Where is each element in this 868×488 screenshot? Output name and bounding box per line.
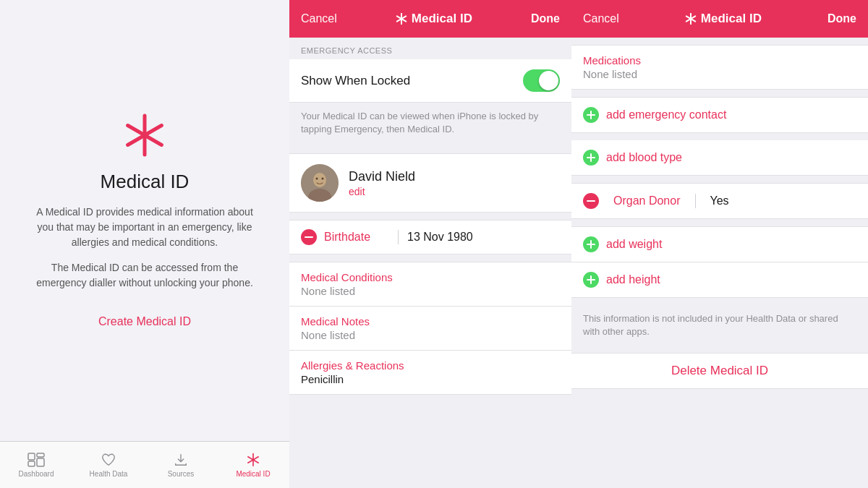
add-blood-type-button[interactable] <box>583 150 599 166</box>
add-weight-row[interactable]: add weight <box>571 226 868 262</box>
add-weight-button[interactable] <box>583 236 599 252</box>
svg-rect-6 <box>37 458 44 466</box>
weight-height-group: add weight add height <box>571 226 868 298</box>
middle-nav-title: Medical ID <box>396 12 472 26</box>
edit-profile-link[interactable]: edit <box>349 186 415 197</box>
right-nav-title: Medical ID <box>685 12 762 26</box>
show-when-locked-card: Show When Locked <box>289 59 571 103</box>
right-nav-asterisk-icon <box>685 13 697 25</box>
medical-conditions-row: Medical Conditions None listed <box>289 262 571 307</box>
create-medical-id-link[interactable]: Create Medical ID <box>98 315 191 328</box>
tab-bar: Dashboard Health Data Sources <box>0 441 289 488</box>
medical-notes-value: None listed <box>301 329 560 341</box>
toggle-info-text: Your Medical ID can be viewed when iPhon… <box>289 103 571 146</box>
medical-sections: Medical Conditions None listed Medical N… <box>289 262 571 395</box>
profile-row: David Nield edit <box>289 153 571 213</box>
right-content: Medications None listed add emergency co… <box>571 38 868 488</box>
heart-icon <box>99 452 118 468</box>
allergies-label: Allergies & Reactions <box>301 359 560 372</box>
add-blood-type-row[interactable]: add blood type <box>571 140 868 176</box>
profile-info: David Nield edit <box>349 169 415 197</box>
middle-nav-bar: Cancel Medical ID Done <box>289 0 571 38</box>
tab-dashboard[interactable]: Dashboard <box>0 452 72 478</box>
tab-medical-id[interactable]: Medical ID <box>217 452 289 478</box>
asterisk-icon <box>119 110 170 160</box>
add-blood-type-label: add blood type <box>606 151 682 164</box>
svg-rect-4 <box>28 461 35 466</box>
medical-conditions-value: None listed <box>301 285 560 297</box>
remove-birthdate-button[interactable] <box>301 229 317 245</box>
tab-sources-label: Sources <box>168 470 195 478</box>
medical-conditions-label: Medical Conditions <box>301 271 560 283</box>
tab-health-label: Health Data <box>90 470 128 478</box>
remove-organ-donor-button[interactable] <box>583 193 599 209</box>
dashboard-icon <box>27 452 46 468</box>
action-rows-group: add emergency contact add blood type <box>571 97 868 176</box>
profile-name: David Nield <box>349 169 415 184</box>
add-height-row[interactable]: add height <box>571 262 868 298</box>
avatar-image <box>301 164 339 202</box>
toggle-switch[interactable] <box>523 69 560 92</box>
toggle-row[interactable]: Show When Locked <box>289 59 571 103</box>
organ-donor-row: Organ Donor Yes <box>571 183 868 219</box>
add-emergency-contact-row[interactable]: add emergency contact <box>571 97 868 133</box>
show-when-locked-label: Show When Locked <box>301 74 410 88</box>
tab-medical-id-label: Medical ID <box>236 470 270 478</box>
middle-content: EMERGENCY ACCESS Show When Locked Your M… <box>289 38 571 488</box>
right-panel: Cancel Medical ID Done Medications None … <box>571 0 868 488</box>
left-panel: Medical ID A Medical ID provides medical… <box>0 0 289 488</box>
middle-cancel-button[interactable]: Cancel <box>301 12 337 25</box>
delete-medical-id-label: Delete Medical ID <box>671 364 768 377</box>
avatar <box>301 164 339 202</box>
middle-panel: Cancel Medical ID Done EMERGENCY ACCESS … <box>289 0 571 488</box>
svg-point-17 <box>322 178 324 180</box>
birthdate-label: Birthdate <box>324 231 389 244</box>
middle-done-button[interactable]: Done <box>531 12 560 25</box>
svg-point-14 <box>313 173 326 187</box>
left-description: A Medical ID provides medical informatio… <box>0 205 289 301</box>
medical-notes-label: Medical Notes <box>301 315 560 328</box>
right-done-button[interactable]: Done <box>827 12 856 25</box>
emergency-access-label: EMERGENCY ACCESS <box>289 38 571 59</box>
svg-rect-3 <box>28 453 35 460</box>
add-weight-label: add weight <box>606 238 662 251</box>
allergies-row: Allergies & Reactions Penicillin <box>289 351 571 394</box>
birthdate-value: 13 Nov 1980 <box>407 231 473 244</box>
download-icon <box>171 452 190 468</box>
right-cancel-button[interactable]: Cancel <box>583 12 619 25</box>
medical-notes-row: Medical Notes None listed <box>289 307 571 351</box>
add-emergency-contact-label: add emergency contact <box>606 108 726 121</box>
medications-label: Medications <box>583 54 856 67</box>
medications-row: Medications None listed <box>571 45 868 90</box>
tab-dashboard-label: Dashboard <box>19 470 54 478</box>
tab-health-data[interactable]: Health Data <box>72 452 145 478</box>
field-separator <box>398 230 399 244</box>
birthdate-row: Birthdate 13 Nov 1980 <box>289 220 571 254</box>
medical-id-tab-icon <box>244 452 263 468</box>
organ-separator <box>695 194 696 208</box>
page-title: Medical ID <box>101 171 190 193</box>
add-height-button[interactable] <box>583 272 599 288</box>
add-height-label: add height <box>606 273 660 286</box>
toggle-knob <box>539 71 558 90</box>
disclaimer-text: This information is not included in your… <box>571 305 868 346</box>
tab-sources[interactable]: Sources <box>145 452 217 478</box>
organ-donor-label: Organ Donor <box>613 194 681 207</box>
add-emergency-contact-button[interactable] <box>583 107 599 123</box>
delete-medical-id-row[interactable]: Delete Medical ID <box>571 353 868 389</box>
organ-donor-value: Yes <box>710 194 729 207</box>
allergies-value: Penicillin <box>301 373 560 385</box>
right-nav-bar: Cancel Medical ID Done <box>571 0 868 38</box>
svg-rect-5 <box>37 453 44 457</box>
svg-point-16 <box>316 178 318 180</box>
nav-asterisk-icon <box>396 13 407 25</box>
medications-value: None listed <box>583 68 856 80</box>
